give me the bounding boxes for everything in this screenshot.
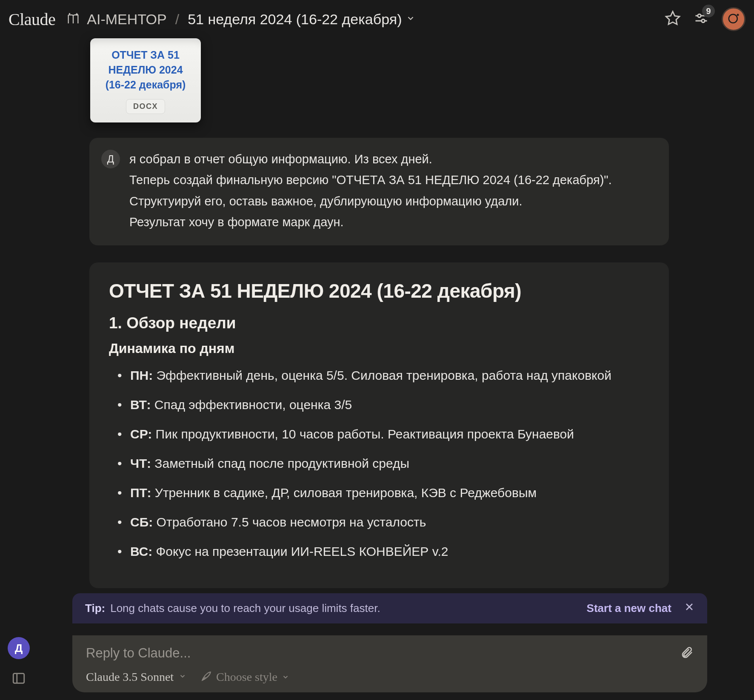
style-label: Choose style <box>216 670 277 684</box>
new-chat-button[interactable] <box>722 7 745 31</box>
tip-label: Tip: <box>85 602 105 615</box>
main-content: ОТЧЕТ ЗА 51 НЕДЕЛЮ 2024 (16-22 декабря) … <box>0 38 754 588</box>
attachment-format-badge: DOCX <box>126 99 165 114</box>
response-h1: ОТЧЕТ ЗА 51 НЕДЕЛЮ 2024 (16-22 декабря) <box>109 279 649 302</box>
list-item: СР: Пик продуктивности, 10 часов работы.… <box>130 424 649 444</box>
file-attachment[interactable]: ОТЧЕТ ЗА 51 НЕДЕЛЮ 2024 (16-22 декабря) … <box>90 38 201 122</box>
model-selector[interactable]: Claude 3.5 Sonnet <box>86 670 174 684</box>
chevron-down-icon <box>406 14 415 25</box>
user-message: Д я собрал в отчет общую информацию. Из … <box>89 138 669 245</box>
tip-text: Long chats cause you to reach your usage… <box>110 602 581 615</box>
list-item: ПН: Эффективный день, оценка 5/5. Силова… <box>130 366 649 385</box>
header-actions: 9 <box>665 7 745 31</box>
svg-rect-11 <box>13 674 24 683</box>
response-h3: Динамика по дням <box>109 341 649 356</box>
paperclip-icon[interactable] <box>680 646 694 661</box>
svg-point-3 <box>698 14 701 17</box>
list-item: ЧТ: Заметный спад после продуктивной сре… <box>130 454 649 473</box>
close-icon[interactable] <box>684 602 694 615</box>
notification-badge: 9 <box>702 5 715 17</box>
user-message-text: я собрал в отчет общую информацию. Из вс… <box>129 149 612 233</box>
breadcrumb-separator: / <box>173 11 182 28</box>
response-h2: 1. Обзор недели <box>109 314 649 332</box>
header-bar: Claude AI-МЕНТОР / 51 неделя 2024 (16-22… <box>0 0 754 38</box>
project-icon <box>66 11 81 27</box>
quill-icon <box>201 671 212 683</box>
chat-title-dropdown[interactable]: 51 неделя 2024 (16-22 декабря) <box>188 11 415 28</box>
tip-banner: Tip: Long chats cause you to reach your … <box>72 593 707 623</box>
chat-title: 51 неделя 2024 (16-22 декабря) <box>188 11 402 28</box>
svg-point-5 <box>702 19 705 23</box>
assistant-response: ОТЧЕТ ЗА 51 НЕДЕЛЮ 2024 (16-22 декабря) … <box>89 262 669 588</box>
attachment-title: ОТЧЕТ ЗА 51 НЕДЕЛЮ 2024 (16-22 декабря) <box>98 48 193 92</box>
svg-point-6 <box>729 14 737 23</box>
user-avatar: Д <box>101 150 120 168</box>
profile-avatar[interactable]: Д <box>8 637 30 659</box>
sidebar-toggle-icon[interactable] <box>11 671 26 687</box>
days-list: ПН: Эффективный день, оценка 5/5. Силова… <box>109 366 649 561</box>
composer: Reply to Claude... Claude 3.5 Sonnet Cho… <box>72 635 707 692</box>
reply-input[interactable]: Reply to Claude... <box>86 646 680 661</box>
list-item: ВС: Фокус на презентации ИИ-REELS КОНВЕЙ… <box>130 542 649 561</box>
start-new-chat-link[interactable]: Start a new chat <box>587 602 671 615</box>
side-controls: Д <box>8 637 30 687</box>
chevron-down-icon <box>179 672 186 682</box>
project-name[interactable]: AI-МЕНТОР <box>87 11 166 28</box>
style-selector[interactable]: Choose style <box>201 670 289 684</box>
list-item: СБ: Отработано 7.5 часов несмотря на уст… <box>130 512 649 532</box>
svg-point-0 <box>69 13 70 14</box>
sliders-icon[interactable]: 9 <box>694 11 709 28</box>
star-icon[interactable] <box>665 10 681 28</box>
app-logo[interactable]: Claude <box>9 9 55 29</box>
svg-marker-1 <box>666 11 680 24</box>
list-item: ПТ: Утренник в садике, ДР, силовая трени… <box>130 483 649 502</box>
list-item: ВТ: Спад эффективности, оценка 3/5 <box>130 395 649 414</box>
